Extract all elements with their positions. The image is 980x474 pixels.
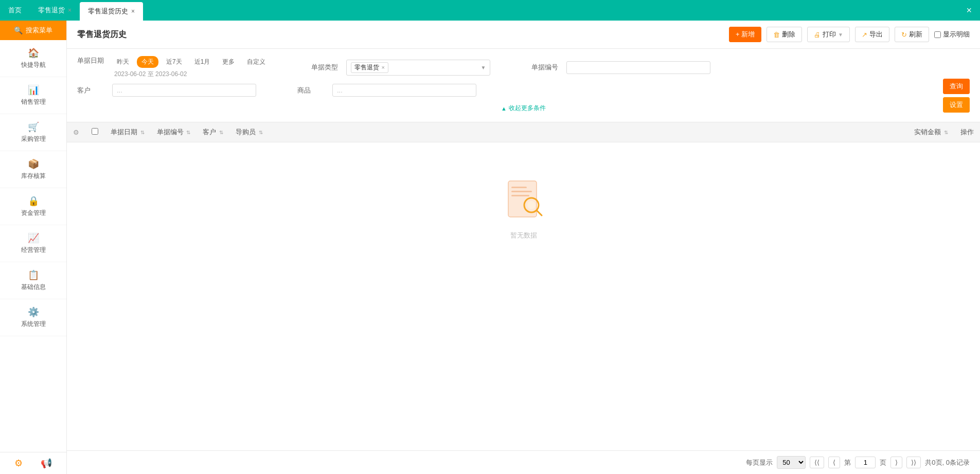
th-amount[interactable]: 实销金额 ⇅ xyxy=(908,122,954,142)
th-customer[interactable]: 客户 ⇅ xyxy=(197,122,229,142)
date-btn-1month[interactable]: 近1月 xyxy=(190,56,215,68)
date-btn-yesterday[interactable]: 昨天 xyxy=(112,56,134,68)
query-button[interactable]: 查询 xyxy=(943,79,970,94)
svg-line-5 xyxy=(537,210,542,215)
th-date-label: 单据日期 xyxy=(111,128,137,136)
table-header-row: ⚙ 单据日期 ⇅ 单据编号 ⇅ xyxy=(67,122,980,142)
export-icon: ↗ xyxy=(862,31,867,39)
print-label: 打印 xyxy=(823,30,836,39)
page-header: 零售退货历史 + 新增 🗑 删除 🖨 打印 ▼ ↗ 导出 ↻ xyxy=(67,21,980,49)
th-no-label: 单据编号 xyxy=(157,128,184,136)
sidebar-item-system-mgmt-label: 系统管理 xyxy=(21,320,46,329)
date-btn-custom[interactable]: 自定义 xyxy=(242,56,270,68)
select-all-checkbox[interactable] xyxy=(92,128,98,135)
filter-goods-label: 商品 xyxy=(297,86,328,95)
tab-retail-return-close[interactable]: × xyxy=(68,7,72,14)
th-checkbox[interactable] xyxy=(85,122,104,142)
sidebar-item-inventory-label: 库存核算 xyxy=(21,172,46,180)
refresh-button[interactable]: ↻ 刷新 xyxy=(895,27,929,42)
top-bar-right: × xyxy=(966,5,980,16)
last-page-button[interactable]: ⟩⟩ xyxy=(906,457,921,468)
sidebar-item-inventory[interactable]: 📦 库存核算 xyxy=(0,151,66,188)
tab-retail-return-history[interactable]: 零售退货历史 × xyxy=(80,2,143,21)
next-page-button[interactable]: ⟩ xyxy=(890,457,902,468)
filter-voucherno-input[interactable] xyxy=(566,61,710,74)
filter-voucherno-label: 单据编号 xyxy=(531,63,562,72)
window-close-button[interactable]: × xyxy=(966,5,972,16)
basic-info-icon: 📋 xyxy=(28,269,39,281)
filter-goods-group: 商品 ... xyxy=(297,84,476,97)
filter-type-select[interactable]: 零售退货 × ▼ xyxy=(346,60,490,76)
th-amount-label: 实销金额 xyxy=(914,128,941,136)
goods-placeholder: ... xyxy=(337,86,343,94)
svg-rect-3 xyxy=(511,195,529,196)
purchase-mgmt-icon: 🛒 xyxy=(28,121,39,133)
operations-icon: 📈 xyxy=(28,232,39,244)
type-select-arrow: ▼ xyxy=(480,65,486,70)
first-page-button[interactable]: ⟨⟨ xyxy=(810,457,824,468)
svg-point-6 xyxy=(527,201,536,209)
sidebar-item-quick-nav[interactable]: 🏠 快捷导航 xyxy=(0,40,66,77)
refresh-icon: ↻ xyxy=(901,31,907,39)
tab-retail-return[interactable]: 零售退货 × xyxy=(30,0,80,21)
th-no[interactable]: 单据编号 ⇅ xyxy=(151,122,197,142)
export-button[interactable]: ↗ 导出 xyxy=(855,27,889,42)
sidebar-item-purchase-mgmt[interactable]: 🛒 采购管理 xyxy=(0,114,66,151)
collapse-label: 收起更多条件 xyxy=(509,104,546,113)
inventory-icon: 📦 xyxy=(28,158,39,170)
volume-icon[interactable]: 📢 xyxy=(41,458,52,469)
th-customer-label: 客户 xyxy=(203,128,216,136)
prev-page-button[interactable]: ⟨ xyxy=(828,457,840,468)
data-table: ⚙ 单据日期 ⇅ 单据编号 ⇅ xyxy=(67,122,980,142)
show-detail-checkbox-label[interactable]: 显示明细 xyxy=(934,30,970,39)
page-number-input[interactable] xyxy=(855,457,876,468)
th-settings[interactable]: ⚙ xyxy=(67,122,85,142)
sidebar-item-finance[interactable]: 🔒 资金管理 xyxy=(0,188,66,225)
main-content: 零售退货历史 + 新增 🗑 删除 🖨 打印 ▼ ↗ 导出 ↻ xyxy=(67,21,980,474)
show-detail-checkbox[interactable] xyxy=(934,31,941,38)
sidebar-item-basic-info[interactable]: 📋 基础信息 xyxy=(0,262,66,299)
finance-icon: 🔒 xyxy=(28,195,39,207)
top-bar: 首页 零售退货 × 零售退货历史 × × xyxy=(0,0,980,21)
sidebar-search-label: 搜索菜单 xyxy=(26,26,52,35)
settings-bottom-icon[interactable]: ⚙ xyxy=(14,458,23,469)
type-tag: 零售退货 × xyxy=(351,62,388,73)
column-settings-icon[interactable]: ⚙ xyxy=(73,129,79,136)
tab-retail-return-history-close[interactable]: × xyxy=(131,8,135,15)
date-btn-today[interactable]: 今天 xyxy=(137,56,158,68)
filter-voucherno-group: 单据编号 xyxy=(531,61,710,74)
filter-goods-select[interactable]: ... xyxy=(332,84,476,97)
delete-button[interactable]: 🗑 删除 xyxy=(767,27,802,42)
print-button[interactable]: 🖨 打印 ▼ xyxy=(807,27,850,42)
filter-area: 单据日期 昨天 今天 近7天 近1月 更多 自定义 2023-06-02 至 2… xyxy=(67,49,980,122)
sidebar-item-operations[interactable]: 📈 经营管理 xyxy=(0,225,66,262)
pagination: 每页显示 50 10 20 100 ⟨⟨ ⟨ 第 页 ⟩ ⟩⟩ 共0页, 0条记… xyxy=(67,450,980,474)
date-btn-more[interactable]: 更多 xyxy=(218,56,239,68)
type-tag-close[interactable]: × xyxy=(381,64,384,70)
th-date[interactable]: 单据日期 ⇅ xyxy=(104,122,151,142)
tab-home[interactable]: 首页 xyxy=(0,0,30,21)
th-guide[interactable]: 导购员 ⇅ xyxy=(229,122,269,142)
date-btn-7days[interactable]: 近7天 xyxy=(162,56,187,68)
filter-row-1: 单据日期 昨天 今天 近7天 近1月 更多 自定义 2023-06-02 至 2… xyxy=(77,56,970,79)
filter-date-label: 单据日期 xyxy=(77,56,108,65)
print-arrow-icon: ▼ xyxy=(838,32,843,38)
th-spacer xyxy=(269,122,908,142)
sidebar-item-system-mgmt[interactable]: ⚙️ 系统管理 xyxy=(0,299,66,336)
collapse-button[interactable]: ▲ 收起更多条件 xyxy=(495,102,552,115)
pagination-total: 共0页, 0条记录 xyxy=(925,458,970,467)
sidebar-search[interactable]: 🔍 搜索菜单 xyxy=(0,21,66,40)
new-button[interactable]: + 新增 xyxy=(729,27,761,42)
sidebar-item-sales-mgmt[interactable]: 📊 销售管理 xyxy=(0,77,66,114)
sidebar-bottom: ⚙ 📢 xyxy=(0,452,66,474)
th-customer-sort-icon: ⇅ xyxy=(219,130,223,135)
settings-button[interactable]: 设置 xyxy=(943,97,970,113)
per-page-select[interactable]: 50 10 20 100 xyxy=(777,456,806,469)
page-title: 零售退货历史 xyxy=(77,29,127,46)
table-container: ⚙ 单据日期 ⇅ 单据编号 ⇅ xyxy=(67,122,980,474)
delete-label: 删除 xyxy=(782,30,795,39)
filter-customer-select[interactable]: ... xyxy=(112,84,256,97)
filter-type-label: 单据类型 xyxy=(311,63,342,72)
sidebar-nav: 🏠 快捷导航 📊 销售管理 🛒 采购管理 📦 库存核算 🔒 资金管理 📈 xyxy=(0,40,66,452)
empty-icon xyxy=(498,173,549,225)
